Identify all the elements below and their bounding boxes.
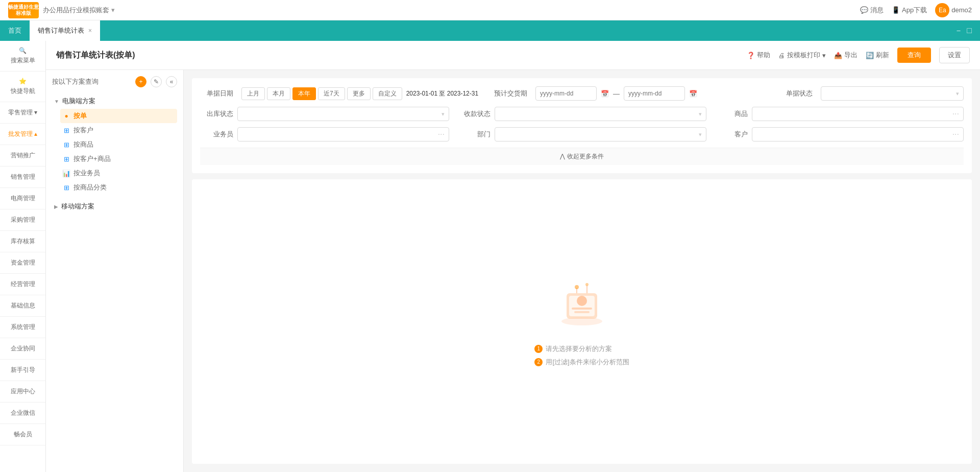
content-area: 销售订单统计表(按单) ❓ 帮助 🖨 按模板打印 ▾ 📤 导出 🔄 刷新	[46, 41, 980, 472]
last-7-btn[interactable]: 近7天	[318, 87, 345, 100]
date-label: 单据日期	[200, 89, 233, 98]
tree-expand-icon: ▼	[54, 99, 59, 104]
empty-illustration	[551, 273, 612, 334]
export-button[interactable]: 📤 导出	[834, 51, 857, 60]
customer-input[interactable]: ···	[752, 127, 964, 141]
sidebar-item-corp[interactable]: 企业协同	[0, 338, 45, 360]
edit-scheme-button[interactable]: ✎	[151, 76, 162, 87]
settings-button[interactable]: 设置	[939, 47, 970, 63]
this-month-btn[interactable]: 本月	[267, 87, 290, 100]
svg-point-3	[577, 296, 587, 306]
tree-item-by-customer[interactable]: ⊞ 按客户	[60, 123, 177, 137]
sidebar: 🔍 搜索菜单 ⭐ 快捷导航 零售管理 ▾ 批发管理 ▴ 营销推广 销售管理 电商…	[0, 41, 46, 472]
tree-mobile-label: 移动端方案	[61, 202, 94, 211]
date-filter-group: 上月 本月 本年 近7天 更多 自定义 2023-01-01 至 2023-12…	[241, 87, 482, 100]
dept-label: 部门	[457, 130, 491, 139]
user-menu[interactable]: Ea demo2	[935, 3, 972, 17]
left-panel-header: 按以下方案查询 + ✎ «	[52, 76, 177, 87]
filter-area: 单据日期 上月 本月 本年 近7天 更多 自定义 2023-	[192, 78, 972, 173]
sidebar-item-marketing[interactable]: 营销推广	[0, 145, 45, 167]
sidebar-item-inventory[interactable]: 库存核算	[0, 231, 45, 252]
expected-date-end[interactable]	[624, 86, 685, 101]
sidebar-item-member[interactable]: 畅会员	[0, 424, 45, 445]
dept-arrow-icon: ▾	[699, 131, 702, 138]
tree-mobile-parent[interactable]: ▶ 移动端方案	[52, 199, 177, 214]
sidebar-item-operation[interactable]: 经营管理	[0, 274, 45, 295]
breadcrumb: 办公用品行业模拟账套 ▾	[43, 6, 115, 15]
customer-more-icon: ···	[952, 130, 959, 139]
payment-status-select[interactable]: ▾	[495, 107, 706, 121]
query-button[interactable]: 查询	[897, 48, 931, 63]
sidebar-item-app-center[interactable]: 应用中心	[0, 381, 45, 403]
tab-close-button[interactable]: ×	[88, 27, 92, 34]
empty-state: 1 请先选择要分析的方案 2 用[过滤]条件来缩小分析范围	[192, 179, 972, 464]
custom-btn[interactable]: 自定义	[373, 87, 402, 100]
right-panel: 单据日期 上月 本月 本年 近7天 更多 自定义 2023-	[184, 70, 980, 472]
date-range-display: 2023-01-01 至 2023-12-31	[406, 89, 478, 98]
bill-status-select[interactable]: ▾	[821, 86, 964, 101]
bill-status-label: 单据状态	[785, 89, 813, 98]
sidebar-item-retail[interactable]: 零售管理 ▾	[0, 102, 45, 124]
tab-sales-order-stat[interactable]: 销售订单统计表 ×	[30, 20, 100, 41]
salesman-label: 业务员	[200, 130, 233, 139]
tree-item-by-customer-goods[interactable]: ⊞ 按客户+商品	[60, 152, 177, 166]
sidebar-item-sales[interactable]: 销售管理	[0, 167, 45, 188]
sidebar-item-ecommerce[interactable]: 电商管理	[0, 188, 45, 209]
collapse-more-conditions-button[interactable]: ⋀ 收起更多条件	[200, 148, 964, 165]
collapse-panel-button[interactable]: «	[166, 76, 177, 87]
by-category-icon: ⊞	[62, 183, 70, 192]
expected-date-icon-end: 📅	[689, 90, 697, 98]
left-panel-actions: + ✎ «	[135, 76, 177, 87]
goods-input[interactable]: ···	[752, 107, 964, 121]
tree-item-by-goods[interactable]: ⊞ 按商品	[60, 137, 177, 152]
sidebar-item-quick-nav[interactable]: ⭐ 快捷导航	[0, 72, 45, 102]
refresh-button[interactable]: 🔄 刷新	[866, 51, 889, 60]
window-maximize-button[interactable]: □	[967, 26, 972, 35]
expected-date-separator: —	[613, 90, 620, 98]
dept-select[interactable]: ▾	[495, 127, 706, 141]
print-icon: 🖨	[778, 52, 785, 59]
tree-item-by-salesman[interactable]: 📊 按业务员	[60, 166, 177, 180]
sidebar-item-system[interactable]: 系统管理	[0, 317, 45, 338]
window-minimize-button[interactable]: －	[954, 26, 963, 36]
left-panel-title: 按以下方案查询	[52, 77, 99, 86]
topbar: 畅捷通好生意标准版 办公用品行业模拟账套 ▾ 💬 消息 📱 App下载 Ea d…	[0, 0, 980, 20]
breadcrumb-arrow[interactable]: ▾	[111, 6, 115, 14]
sidebar-item-search-menu[interactable]: 🔍 搜索菜单	[0, 41, 45, 72]
sidebar-item-purchase[interactable]: 采购管理	[0, 209, 45, 231]
salesman-input[interactable]: ···	[237, 127, 449, 141]
sidebar-item-corp-wechat[interactable]: 企业微信	[0, 403, 45, 424]
expected-date-range: 📅 — 📅	[535, 86, 776, 101]
content-body: 按以下方案查询 + ✎ « ▼ 电脑端方案 ●	[46, 70, 980, 472]
sidebar-item-wholesale[interactable]: 批发管理 ▴	[0, 124, 45, 145]
print-button[interactable]: 🖨 按模板打印 ▾	[778, 51, 826, 60]
topbar-left: 畅捷通好生意标准版 办公用品行业模拟账套 ▾	[8, 2, 115, 18]
sidebar-item-basic[interactable]: 基础信息	[0, 295, 45, 317]
page-title: 销售订单统计表(按单)	[56, 50, 135, 61]
by-goods-icon: ⊞	[62, 140, 70, 149]
ship-status-select[interactable]: ▾	[237, 107, 449, 121]
tree-item-by-category[interactable]: ⊞ 按商品分类	[60, 180, 177, 195]
add-scheme-button[interactable]: +	[135, 76, 146, 87]
more-btn[interactable]: 更多	[347, 87, 371, 100]
by-salesman-icon: 📊	[62, 169, 70, 177]
app-download-button[interactable]: 📱 App下载	[892, 6, 927, 15]
search-menu-icon: 🔍	[19, 47, 27, 54]
empty-tip-1: 1 请先选择要分析的方案	[534, 344, 629, 353]
payment-status-label: 收款状态	[457, 109, 491, 119]
by-order-icon: ●	[62, 112, 70, 120]
this-year-btn[interactable]: 本年	[292, 87, 316, 100]
ship-status-label: 出库状态	[200, 109, 233, 119]
sidebar-item-newbie[interactable]: 新手引导	[0, 360, 45, 381]
last-month-btn[interactable]: 上月	[241, 87, 265, 100]
help-button[interactable]: ❓ 帮助	[747, 51, 770, 60]
sidebar-item-finance[interactable]: 资金管理	[0, 252, 45, 274]
svg-point-9	[585, 283, 589, 286]
date-shortcuts: 上月 本月 本年 近7天 更多 自定义	[241, 87, 402, 100]
message-button[interactable]: 💬 消息	[860, 6, 884, 15]
tab-home[interactable]: 首页	[0, 20, 30, 41]
app-icon: 📱	[892, 6, 900, 14]
tree-pc-parent[interactable]: ▼ 电脑端方案	[52, 93, 177, 109]
expected-date-start[interactable]	[535, 86, 597, 101]
tree-item-by-order[interactable]: ● 按单	[60, 109, 177, 123]
